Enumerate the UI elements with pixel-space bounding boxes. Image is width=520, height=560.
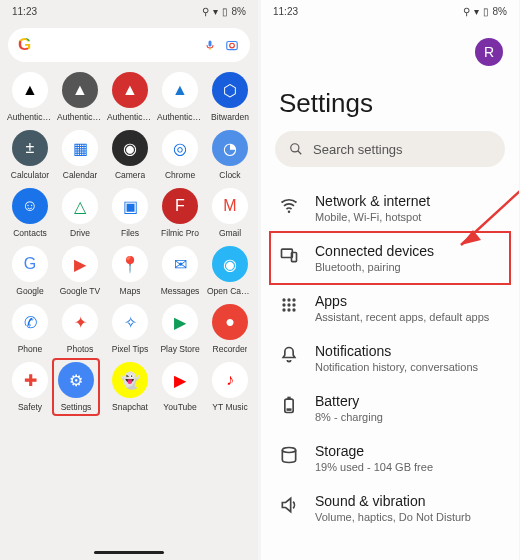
app-calendar[interactable]: ▦ Calendar xyxy=(56,130,104,180)
app-icon: ▲ xyxy=(12,72,48,108)
sound-icon xyxy=(279,495,299,515)
settings-row-connected-devices[interactable]: Connected devices Bluetooth, pairing xyxy=(269,231,511,285)
app-maps[interactable]: 📍 Maps xyxy=(106,246,154,296)
app-contacts[interactable]: ☺ Contacts xyxy=(6,188,54,238)
statusbar: 11:23 ⚲ ▾ ▯ 8% xyxy=(261,0,519,22)
row-title: Battery xyxy=(315,393,383,409)
svg-point-11 xyxy=(282,303,285,306)
app-icon: ± xyxy=(12,130,48,166)
app-calculator[interactable]: ± Calculator xyxy=(6,130,54,180)
svg-point-10 xyxy=(292,298,295,301)
app-label: Bitwarden xyxy=(211,112,249,122)
app-icon: △ xyxy=(62,188,98,224)
page-title: Settings xyxy=(279,88,519,119)
profile-avatar[interactable]: R xyxy=(475,38,503,66)
svg-point-2 xyxy=(230,43,235,48)
storage-icon xyxy=(279,445,299,465)
svg-rect-19 xyxy=(287,408,292,411)
statusbar: 11:23 ⚲ ▾ ▯ 8% xyxy=(0,0,258,22)
app-label: Google xyxy=(16,286,43,296)
app-label: YouTube xyxy=(163,402,196,412)
search-icon xyxy=(289,142,303,156)
row-title: Notifications xyxy=(315,343,478,359)
app-label: Pixel Tips xyxy=(112,344,148,354)
app-icon: ▲ xyxy=(162,72,198,108)
app-phone[interactable]: ✆ Phone xyxy=(6,304,54,354)
row-subtitle: 19% used - 104 GB free xyxy=(315,461,433,473)
google-search-bar[interactable]: G xyxy=(8,28,250,62)
app-icon: ▶ xyxy=(62,246,98,282)
svg-line-4 xyxy=(298,151,302,155)
app-google[interactable]: G Google xyxy=(6,246,54,296)
app-icon: ⬡ xyxy=(212,72,248,108)
app-icon: ◉ xyxy=(112,130,148,166)
mic-icon[interactable] xyxy=(204,38,216,52)
status-time: 11:23 xyxy=(273,6,298,17)
row-subtitle: 8% - charging xyxy=(315,411,383,423)
devices-icon xyxy=(279,245,299,265)
app-open-cam-[interactable]: ◉ Open Cam... xyxy=(206,246,254,296)
row-title: Sound & vibration xyxy=(315,493,471,509)
app-gmail[interactable]: M Gmail xyxy=(206,188,254,238)
app-label: Camera xyxy=(115,170,145,180)
app-files[interactable]: ▣ Files xyxy=(106,188,154,238)
app-label: Play Store xyxy=(160,344,199,354)
bluetooth-icon: ⚲ xyxy=(463,6,470,17)
app-yt-music[interactable]: ♪ YT Music xyxy=(206,362,254,412)
settings-row-notifications[interactable]: Notifications Notification history, conv… xyxy=(261,333,519,383)
app-icon: ☺ xyxy=(12,188,48,224)
svg-point-15 xyxy=(287,308,290,311)
svg-point-5 xyxy=(288,210,291,213)
google-logo-icon: G xyxy=(18,35,31,55)
app-icon: ⚙ xyxy=(58,362,94,398)
settings-row-sound-vibration[interactable]: Sound & vibration Volume, haptics, Do No… xyxy=(261,483,519,533)
app-authentica-[interactable]: ▲ Authentica... xyxy=(156,72,204,122)
app-bitwarden[interactable]: ⬡ Bitwarden xyxy=(206,72,254,122)
app-icon: ▶ xyxy=(162,304,198,340)
svg-point-8 xyxy=(282,298,285,301)
svg-point-9 xyxy=(287,298,290,301)
app-clock[interactable]: ◔ Clock xyxy=(206,130,254,180)
app-label: Contacts xyxy=(13,228,47,238)
battery-icon xyxy=(279,395,299,415)
app-pixel-tips[interactable]: ✧ Pixel Tips xyxy=(106,304,154,354)
camera-icon[interactable] xyxy=(224,38,240,52)
app-filmic-pro[interactable]: F Filmic Pro xyxy=(156,188,204,238)
app-authentica-[interactable]: ▲ Authentica... xyxy=(56,72,104,122)
battery-icon: ▯ xyxy=(483,6,489,17)
settings-list: Network & internet Mobile, Wi-Fi, hotspo… xyxy=(261,183,519,533)
app-snapchat[interactable]: 👻 Snapchat xyxy=(106,362,154,412)
bluetooth-icon: ⚲ xyxy=(202,6,209,17)
app-chrome[interactable]: ◎ Chrome xyxy=(156,130,204,180)
app-camera[interactable]: ◉ Camera xyxy=(106,130,154,180)
row-subtitle: Volume, haptics, Do Not Disturb xyxy=(315,511,471,523)
app-icon: ▦ xyxy=(62,130,98,166)
app-youtube[interactable]: ▶ YouTube xyxy=(156,362,204,412)
app-photos[interactable]: ✦ Photos xyxy=(56,304,104,354)
app-label: Gmail xyxy=(219,228,241,238)
settings-row-storage[interactable]: Storage 19% used - 104 GB free xyxy=(261,433,519,483)
app-icon: M xyxy=(212,188,248,224)
battery-percent: 8% xyxy=(232,6,246,17)
svg-point-3 xyxy=(291,144,299,152)
settings-row-battery[interactable]: Battery 8% - charging xyxy=(261,383,519,433)
app-google-tv[interactable]: ▶ Google TV xyxy=(56,246,104,296)
app-label: Photos xyxy=(67,344,93,354)
app-messages[interactable]: ✉ Messages xyxy=(156,246,204,296)
app-label: YT Music xyxy=(212,402,247,412)
nav-handle[interactable] xyxy=(94,551,164,554)
app-recorder[interactable]: ● Recorder xyxy=(206,304,254,354)
app-authentica-[interactable]: ▲ Authentica... xyxy=(6,72,54,122)
settings-search[interactable]: Search settings xyxy=(275,131,505,167)
battery-icon: ▯ xyxy=(222,6,228,17)
settings-row-network-internet[interactable]: Network & internet Mobile, Wi-Fi, hotspo… xyxy=(261,183,519,233)
settings-row-apps[interactable]: Apps Assistant, recent apps, default app… xyxy=(261,283,519,333)
app-drive[interactable]: △ Drive xyxy=(56,188,104,238)
phone-app-drawer: 11:23 ⚲ ▾ ▯ 8% G ▲ Authentica...▲ Authen… xyxy=(0,0,258,560)
app-safety[interactable]: ✚ Safety xyxy=(6,362,54,412)
app-settings[interactable]: ⚙ Settings xyxy=(52,358,100,416)
app-authentica-[interactable]: ▲ Authentica... xyxy=(106,72,154,122)
app-play-store[interactable]: ▶ Play Store xyxy=(156,304,204,354)
app-label: Drive xyxy=(70,228,90,238)
app-label: Messages xyxy=(161,286,200,296)
